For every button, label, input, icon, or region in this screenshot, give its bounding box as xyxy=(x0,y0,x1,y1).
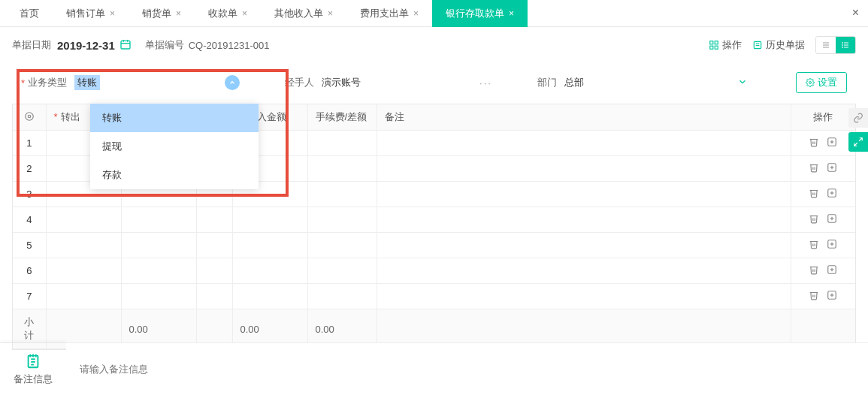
settings-label: 设置 xyxy=(818,76,837,89)
delete-row-icon[interactable] xyxy=(809,137,819,149)
close-all-button[interactable]: × xyxy=(852,6,859,20)
table-row[interactable]: 7 xyxy=(13,284,855,309)
chevron-down-icon[interactable] xyxy=(737,77,748,89)
svg-line-44 xyxy=(859,138,862,141)
remarks-section: 备注信息 xyxy=(0,342,868,395)
svg-point-20 xyxy=(809,82,812,84)
dropdown-item-transfer[interactable]: 转账 xyxy=(90,104,259,132)
svg-rect-0 xyxy=(121,41,130,49)
tab-label: 销货单 xyxy=(142,7,171,20)
row-index: 2 xyxy=(13,156,46,182)
dept-value[interactable]: 总部 xyxy=(564,76,647,89)
date-label: 单据日期 xyxy=(12,38,51,52)
col-remark: 备注 xyxy=(377,104,791,131)
svg-line-45 xyxy=(854,143,857,146)
close-icon[interactable]: × xyxy=(413,8,419,19)
add-row-icon[interactable] xyxy=(827,290,837,303)
side-toolbar xyxy=(848,108,868,156)
tab-sales-order[interactable]: 销售订单× xyxy=(53,0,129,27)
link-icon[interactable] xyxy=(848,108,868,128)
svg-point-18 xyxy=(842,45,843,46)
row-index: 6 xyxy=(13,258,46,284)
tab-expense[interactable]: 费用支出单× xyxy=(346,0,432,27)
tab-label: 其他收入单 xyxy=(274,7,323,20)
svg-point-19 xyxy=(842,47,843,48)
add-row-icon[interactable] xyxy=(827,137,837,149)
tab-other-income[interactable]: 其他收入单× xyxy=(261,0,346,27)
table-row[interactable]: 5 xyxy=(13,233,855,258)
tab-label: 收款单 xyxy=(208,7,237,20)
remarks-tab-label: 备注信息 xyxy=(14,372,53,386)
view-toggle xyxy=(815,36,856,54)
tab-label: 银行存取款单 xyxy=(446,7,504,20)
delete-row-icon[interactable] xyxy=(809,264,819,277)
add-row-icon[interactable] xyxy=(827,188,837,201)
remarks-tab[interactable]: 备注信息 xyxy=(0,343,66,395)
close-icon[interactable]: × xyxy=(110,8,115,19)
dropdown-item-deposit[interactable]: 存款 xyxy=(90,161,259,189)
tab-receipt[interactable]: 收款单× xyxy=(195,0,261,27)
row-index: 7 xyxy=(13,284,46,309)
add-row-icon[interactable] xyxy=(827,213,837,226)
biz-label: 业务类型 xyxy=(28,76,67,89)
table-row[interactable]: 6 xyxy=(13,258,855,284)
col-settings[interactable] xyxy=(13,104,46,131)
settings-button[interactable]: 设置 xyxy=(796,72,847,93)
dept-field: 部门 总部 xyxy=(537,76,748,89)
biz-value: 转账 xyxy=(74,75,100,90)
tab-bank-transfer[interactable]: 银行存取款单× xyxy=(432,0,528,27)
add-row-icon[interactable] xyxy=(827,162,837,175)
more-icon[interactable]: ··· xyxy=(479,77,492,89)
row-index: 1 xyxy=(13,131,46,156)
view-grid-button[interactable] xyxy=(816,37,836,53)
document-header: 单据日期 2019-12-31 单据编号 CQ-20191231-001 操作 … xyxy=(0,27,868,63)
add-row-icon[interactable] xyxy=(827,264,837,277)
svg-rect-5 xyxy=(715,41,718,44)
history-link[interactable]: 历史单据 xyxy=(752,38,805,52)
row-index: 3 xyxy=(13,182,46,207)
biz-type-dropdown: 转账 提现 存款 xyxy=(90,104,259,189)
calendar-icon[interactable] xyxy=(119,38,132,53)
svg-point-21 xyxy=(28,115,31,118)
svg-rect-7 xyxy=(715,46,718,49)
dropdown-item-withdraw[interactable]: 提现 xyxy=(90,132,259,161)
biz-type-field: * 业务类型 转账 xyxy=(21,75,240,90)
form-row: * 业务类型 转账 经手人 演示账号 ··· 部门 总部 设置 xyxy=(0,63,868,104)
tab-delivery[interactable]: 销货单× xyxy=(129,0,195,27)
close-icon[interactable]: × xyxy=(328,8,333,19)
delete-row-icon[interactable] xyxy=(809,213,819,226)
view-list-button[interactable] xyxy=(836,37,855,53)
handler-field: 经手人 演示账号 ··· xyxy=(285,76,492,89)
required-mark: * xyxy=(21,77,25,89)
close-icon[interactable]: × xyxy=(509,8,514,19)
ops-label: 操作 xyxy=(722,38,742,52)
history-label: 历史单据 xyxy=(766,38,805,52)
add-row-icon[interactable] xyxy=(827,239,837,252)
nav-tabs: 首页 销售订单× 销货单× 收款单× 其他收入单× 费用支出单× 银行存取款单×… xyxy=(0,0,868,27)
table-row[interactable]: 4 xyxy=(13,207,855,233)
tab-label: 首页 xyxy=(20,7,39,20)
delete-row-icon[interactable] xyxy=(809,188,819,201)
remarks-input[interactable] xyxy=(66,343,868,395)
close-icon[interactable]: × xyxy=(242,8,247,19)
delete-row-icon[interactable] xyxy=(809,290,819,303)
doc-number-value: CQ-20191231-001 xyxy=(189,40,270,51)
chevron-up-icon[interactable] xyxy=(225,75,240,90)
svg-rect-4 xyxy=(710,41,713,44)
close-icon[interactable]: × xyxy=(176,8,181,19)
delete-row-icon[interactable] xyxy=(809,162,819,175)
biz-type-combo[interactable]: 转账 xyxy=(74,75,240,90)
svg-point-17 xyxy=(842,43,843,44)
expand-icon[interactable] xyxy=(848,132,868,152)
tab-home[interactable]: 首页 xyxy=(6,0,53,27)
handler-value[interactable]: 演示账号 xyxy=(322,76,404,89)
row-index: 4 xyxy=(13,207,46,233)
handler-label: 经手人 xyxy=(285,76,314,89)
dept-label: 部门 xyxy=(537,76,557,89)
col-fee: 手续费/差额 xyxy=(307,104,377,131)
col-ops: 操作 xyxy=(791,104,855,131)
delete-row-icon[interactable] xyxy=(809,239,819,252)
date-value[interactable]: 2019-12-31 xyxy=(57,39,115,52)
svg-rect-6 xyxy=(710,46,713,49)
operations-link[interactable]: 操作 xyxy=(709,38,742,52)
